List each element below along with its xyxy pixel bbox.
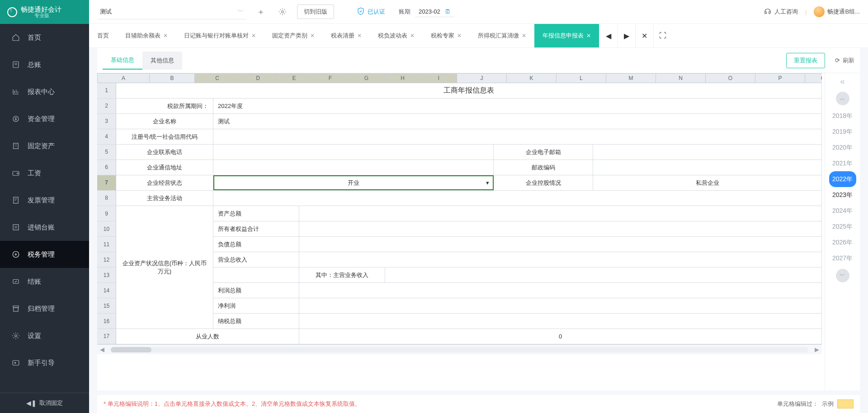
close-icon[interactable]: ✕ <box>410 33 415 39</box>
year-2024[interactable]: 2024年 <box>829 203 856 219</box>
period-value-cell[interactable]: 2022年度 <box>213 99 822 113</box>
unpin-button[interactable]: ◀❚ 取消固定 <box>0 393 89 413</box>
year-2027[interactable]: 2027年 <box>829 250 856 266</box>
tab-tax-expert[interactable]: 税检专家✕ <box>423 24 470 47</box>
nav-reports[interactable]: 报表中心 <box>0 78 89 105</box>
r13-value[interactable] <box>385 268 822 282</box>
tab-tax-fluct[interactable]: 税负波动表✕ <box>370 24 423 47</box>
r6-right-value[interactable] <box>593 160 822 175</box>
row-6[interactable]: 6 <box>97 160 116 175</box>
row-17[interactable]: 17 <box>97 329 116 344</box>
switch-old-button[interactable]: 切到旧版 <box>297 5 334 19</box>
nav-archive[interactable]: 归档管理 <box>0 295 89 322</box>
r11-value[interactable] <box>299 237 822 252</box>
scroll-right[interactable]: ▶ <box>812 346 822 353</box>
nav-ledger[interactable]: 总账 <box>0 51 89 78</box>
r8-value[interactable] <box>213 191 822 206</box>
row-7[interactable]: 7 <box>97 175 116 190</box>
nav-funds[interactable]: 资金管理 <box>0 105 89 132</box>
row-8[interactable]: 8 <box>97 191 116 206</box>
nav-settings[interactable]: 设置 <box>0 322 89 349</box>
close-icon[interactable]: ✕ <box>251 33 256 39</box>
collapse-year-panel[interactable]: « <box>840 77 844 86</box>
r6-value[interactable] <box>213 160 494 175</box>
row-3[interactable]: 3 <box>97 114 116 129</box>
nav-home[interactable]: 首页 <box>0 24 89 51</box>
col-J[interactable]: J <box>457 74 507 83</box>
support-link[interactable]: 人工咨询 <box>764 7 798 17</box>
col-O[interactable]: O <box>706 74 755 83</box>
col-M[interactable]: M <box>606 74 656 83</box>
r15-value[interactable] <box>299 298 822 313</box>
tabs-next[interactable]: ▶ <box>617 24 635 47</box>
close-icon[interactable]: ✕ <box>522 33 526 39</box>
tab-bank-recon[interactable]: 日记账与银行对账单核对✕ <box>176 24 264 47</box>
year-2020[interactable]: 2020年 <box>829 140 856 155</box>
year-2018[interactable]: 2018年 <box>829 108 856 124</box>
tab-annual-report[interactable]: 年报信息申报表✕ <box>534 24 599 47</box>
year-down[interactable]: ﹀ <box>836 269 849 282</box>
tabs-close[interactable]: ✕ <box>635 24 653 47</box>
year-2025[interactable]: 2025年 <box>829 219 856 235</box>
col-G[interactable]: G <box>349 74 385 83</box>
row-12[interactable]: 12 <box>97 252 116 268</box>
tabs-prev[interactable]: ◀ <box>599 24 617 47</box>
nav-tax[interactable]: 税务管理 <box>0 241 89 268</box>
tabs-fullscreen[interactable]: ⛶ <box>653 24 671 47</box>
row-10[interactable]: 10 <box>97 221 116 237</box>
subtab-basic[interactable]: 基础信息 <box>103 52 142 70</box>
period-picker[interactable]: 2023-02 🗓 <box>415 6 454 17</box>
r14-value[interactable] <box>299 283 822 298</box>
tab-income-tax[interactable]: 所得税汇算清缴✕ <box>470 24 534 47</box>
company-selector[interactable]: 测试 ﹀ <box>97 4 246 19</box>
tab-home[interactable]: 首页 <box>89 24 117 47</box>
nav-guide[interactable]: 新手引导 <box>0 349 89 376</box>
close-icon[interactable]: ✕ <box>163 33 168 39</box>
scroll-left[interactable]: ◀ <box>97 346 107 353</box>
col-N[interactable]: N <box>656 74 706 83</box>
r12-value[interactable] <box>299 252 822 267</box>
close-icon[interactable]: ✕ <box>310 33 315 39</box>
r4-value[interactable] <box>213 129 822 144</box>
tab-tax-list[interactable]: 税表清册✕ <box>323 24 370 47</box>
scroll-thumb[interactable] <box>111 347 151 352</box>
nav-invoice[interactable]: 发票管理 <box>0 187 89 214</box>
row-16[interactable]: 16 <box>97 314 116 329</box>
nav-salary[interactable]: 工资 <box>0 160 89 187</box>
r16-value[interactable] <box>299 314 822 329</box>
close-icon[interactable]: ✕ <box>586 33 591 39</box>
col-A[interactable]: A <box>98 74 150 83</box>
r5-right-value[interactable] <box>593 145 822 160</box>
spreadsheet[interactable]: A B C D E F G H I J K L M N O P Q <box>97 73 822 390</box>
year-2022[interactable]: 2022年 <box>829 171 856 187</box>
col-L[interactable]: L <box>557 74 606 83</box>
nav-inout[interactable]: 进销台账 <box>0 214 89 241</box>
reset-button[interactable]: 重置报表 <box>786 53 825 68</box>
row-15[interactable]: 15 <box>97 298 116 314</box>
close-icon[interactable]: ✕ <box>357 33 362 39</box>
r17-value[interactable]: 0 <box>299 329 822 344</box>
col-B[interactable]: B <box>150 74 195 83</box>
col-Q[interactable]: Q <box>805 74 822 83</box>
col-F[interactable]: F <box>312 74 349 83</box>
add-button[interactable]: ＋ <box>254 5 268 19</box>
refresh-button[interactable]: ⟳ 刷新 <box>835 56 854 65</box>
r9-value[interactable] <box>299 206 822 221</box>
r10-value[interactable] <box>299 221 822 236</box>
tab-aux-balance[interactable]: 目辅助余额表✕ <box>117 24 176 47</box>
row-11[interactable]: 11 <box>97 237 116 252</box>
r3-value[interactable]: 测试 <box>213 114 822 129</box>
row-9[interactable]: 9 <box>97 206 116 221</box>
nav-assets[interactable]: 固定资产 <box>0 132 89 160</box>
row-14[interactable]: 14 <box>97 283 116 298</box>
row-1[interactable]: 1 <box>97 83 116 98</box>
col-I[interactable]: I <box>421 74 457 83</box>
r5-value[interactable] <box>213 145 494 160</box>
close-icon[interactable]: ✕ <box>457 33 462 39</box>
col-C[interactable]: C <box>195 74 240 83</box>
col-D[interactable]: D <box>240 74 276 83</box>
col-K[interactable]: K <box>507 74 557 83</box>
tab-asset-class[interactable]: 固定资产类别✕ <box>264 24 323 47</box>
settings-button[interactable] <box>275 5 290 19</box>
horizontal-scrollbar[interactable]: ◀ ▶ <box>97 344 822 354</box>
